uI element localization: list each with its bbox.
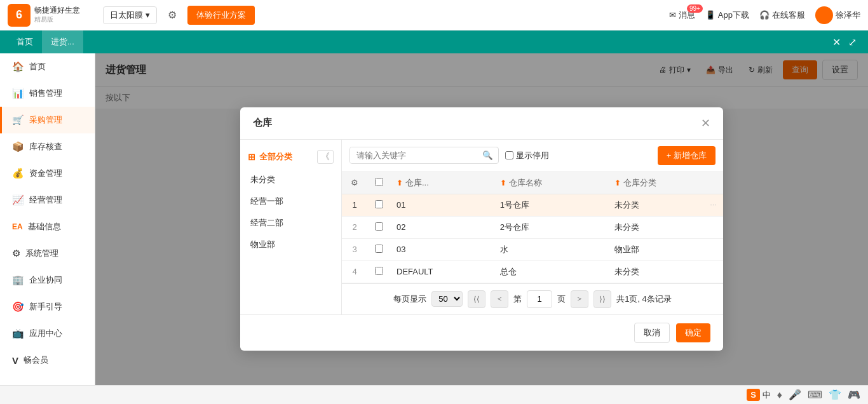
category-header: ⊞ 全部分类 《 [240, 145, 341, 169]
bottom-icon-diamond: ♦ [777, 389, 782, 401]
bottom-icon-shirt: 👕 [829, 389, 841, 401]
industry-btn[interactable]: 体验行业方案 [187, 6, 255, 25]
row-select-2[interactable] [375, 222, 383, 231]
row-code-1: 01 [390, 194, 494, 216]
finance-icon: 💰 [12, 168, 24, 179]
message-icon: ✉ [669, 10, 676, 20]
category-all-label: 全部分类 [259, 151, 292, 163]
main-layout: 🏠 首页 📊 销售管理 🛒 采购管理 📦 库存核查 💰 资金管理 📈 经营管理 … [0, 53, 868, 404]
table-row[interactable]: 3 03 水 物业部 [342, 238, 723, 260]
category-item-ops2[interactable]: 经营二部 [240, 212, 341, 234]
sidebar-item-purchase[interactable]: 🛒 采购管理 [0, 107, 95, 133]
row-checkbox-2[interactable] [367, 216, 390, 238]
newbie-icon: 🎯 [12, 301, 24, 313]
brand-s-icon: S [747, 389, 760, 401]
sidebar-item-enterprise[interactable]: 🏢 企业协同 [0, 267, 95, 293]
settings-icon[interactable]: ⚙ [162, 5, 182, 25]
brand-cn-label: 中 [763, 389, 771, 401]
nav-close-icon[interactable]: ✕ [829, 36, 844, 48]
sidebar-label-system: 系统管理 [25, 248, 58, 259]
logo-area: 6 畅捷通好生意 精易版 [8, 4, 103, 27]
first-page-btn[interactable]: ⟨⟨ [468, 290, 485, 308]
per-page-select[interactable]: 50 [431, 291, 463, 307]
sidebar-label-member: 畅会员 [24, 354, 48, 366]
sidebar: 🏠 首页 📊 销售管理 🛒 采购管理 📦 库存核查 💰 资金管理 📈 经营管理 … [0, 53, 95, 404]
nav-expand-icon[interactable]: ⤢ [844, 36, 860, 48]
show-disabled-label[interactable]: 显示停用 [505, 150, 549, 161]
sidebar-item-finance[interactable]: 💰 资金管理 [0, 160, 95, 187]
row-select-3[interactable] [375, 245, 383, 253]
row-name-4: 总仓 [494, 260, 609, 283]
row-select-4[interactable] [375, 267, 383, 275]
sidebar-item-operation[interactable]: 📈 经营管理 [0, 187, 95, 213]
sales-icon: 📊 [12, 88, 24, 99]
category-item-property[interactable]: 物业部 [240, 234, 341, 255]
top-header: 6 畅捷通好生意 精易版 日太阳膜 ▾ ⚙ 体验行业方案 ✉ 消息 99+ 📱 … [0, 0, 868, 30]
page-number-input[interactable] [527, 290, 552, 308]
row-dots-1[interactable]: ··· [710, 199, 717, 209]
sidebar-label-sales: 销售管理 [29, 88, 62, 99]
row-select-1[interactable] [375, 200, 383, 208]
col-settings: ⚙ [342, 172, 367, 194]
user-menu[interactable]: 徐泽华 [815, 6, 860, 24]
sidebar-item-sales[interactable]: 📊 销售管理 [0, 80, 95, 107]
row-checkbox-1[interactable] [367, 194, 390, 216]
category-grid-icon: ⊞ [248, 152, 255, 162]
modal-overlay: 仓库 ✕ ⊞ 全部分类 《 [95, 53, 868, 404]
app-download-btn[interactable]: 📱 App下载 [705, 10, 749, 21]
app-logo: 6 [8, 4, 31, 27]
warehouse-modal: 仓库 ✕ ⊞ 全部分类 《 [240, 107, 723, 351]
page-label: 第 [513, 293, 522, 305]
cancel-btn[interactable]: 取消 [634, 323, 670, 343]
sidebar-item-newbie[interactable]: 🎯 新手引导 [0, 293, 95, 320]
table-row[interactable]: 1 01 1号仓库 未分类 [342, 194, 723, 216]
table-row[interactable]: 2 02 2号仓库 未分类 [342, 216, 723, 238]
store-dropdown[interactable]: 日太阳膜 ▾ [103, 6, 157, 24]
mobile-icon: 📱 [705, 10, 715, 20]
table-panel: 🔍 显示停用 + 新增仓库 [342, 140, 723, 314]
search-btn[interactable]: 🔍 [477, 147, 498, 163]
message-btn[interactable]: ✉ 消息 99+ [669, 10, 695, 21]
modal-footer: 取消 确定 [240, 314, 723, 351]
category-item-unclassified[interactable]: 未分类 [240, 169, 341, 191]
confirm-btn[interactable]: 确定 [676, 323, 710, 342]
modal-close-btn[interactable]: ✕ [701, 116, 710, 130]
modal-title: 仓库 [253, 117, 272, 129]
home-icon: 🏠 [12, 61, 24, 72]
row-checkbox-3[interactable] [367, 238, 390, 260]
sidebar-label-home: 首页 [29, 61, 46, 72]
online-service-btn[interactable]: 🎧 在线客服 [759, 10, 805, 21]
row-name-2: 2号仓库 [494, 216, 609, 238]
table-row[interactable]: 4 DEFAULT 总仓 未分类 [342, 260, 723, 283]
show-disabled-checkbox[interactable] [505, 151, 513, 159]
category-all-btn[interactable]: ⊞ 全部分类 [248, 151, 292, 163]
table-toolbar: 🔍 显示停用 + 新增仓库 [342, 140, 723, 172]
search-input[interactable] [350, 147, 477, 163]
base-icon: EA [12, 222, 23, 231]
select-all-checkbox[interactable] [375, 178, 383, 186]
category-collapse-btn[interactable]: 《 [317, 150, 334, 164]
data-table: ⚙ ⬆ 仓库... [342, 172, 723, 283]
header-nav: 日太阳膜 ▾ ⚙ 体验行业方案 [103, 5, 669, 25]
sidebar-label-base: 基础信息 [28, 221, 61, 232]
prev-page-btn[interactable]: ＜ [491, 290, 508, 308]
sidebar-item-inventory[interactable]: 📦 库存核查 [0, 133, 95, 160]
modal-body: ⊞ 全部分类 《 未分类 经营一部 经营二部 [240, 140, 723, 314]
row-checkbox-4[interactable] [367, 260, 390, 283]
sidebar-item-member[interactable]: V 畅会员 [0, 347, 95, 374]
row-code-4: DEFAULT [390, 260, 494, 283]
sidebar-item-base[interactable]: EA 基础信息 [0, 213, 95, 240]
sort-icon-name: ⬆ [500, 178, 506, 187]
sidebar-item-system[interactable]: ⚙ 系统管理 [0, 240, 95, 267]
new-warehouse-btn[interactable]: + 新增仓库 [658, 146, 715, 165]
next-page-btn[interactable]: ＞ [571, 290, 588, 308]
second-nav-purchase[interactable]: 进货... [42, 30, 83, 53]
sidebar-item-home[interactable]: 🏠 首页 [0, 53, 95, 80]
sort-icon-code: ⬆ [397, 178, 403, 187]
row-code-2: 02 [390, 216, 494, 238]
second-nav-home[interactable]: 首页 [8, 30, 42, 53]
sidebar-item-apps[interactable]: 📺 应用中心 [0, 320, 95, 347]
enterprise-icon: 🏢 [12, 274, 24, 286]
category-item-ops1[interactable]: 经营一部 [240, 191, 341, 212]
last-page-btn[interactable]: ⟩⟩ [593, 290, 611, 308]
